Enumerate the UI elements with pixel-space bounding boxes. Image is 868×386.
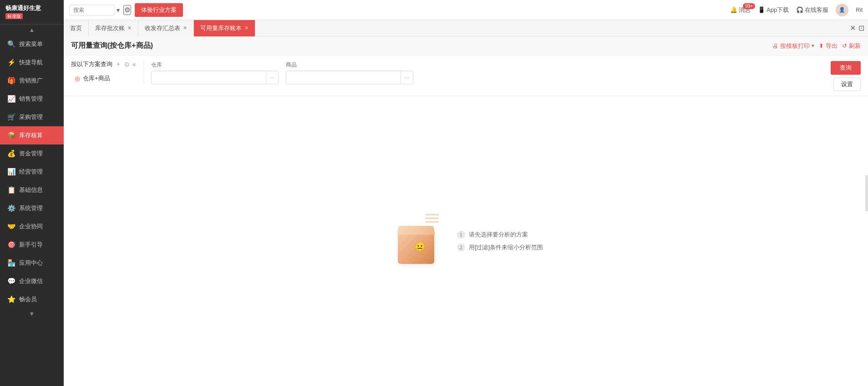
scroll-down-btn[interactable]: ▼ — [0, 309, 64, 319]
wechat-icon: 💬 — [7, 277, 15, 285]
onboarding-icon: 🎯 — [7, 241, 15, 249]
sidebar-item-wechat[interactable]: 💬 企业微信 — [0, 272, 64, 290]
schemes-header: 按以下方案查询 ＋ ⊙ « — [71, 60, 138, 68]
settings-gear-btn[interactable]: ⚙ — [123, 5, 131, 15]
printer-icon: 🖨 — [772, 42, 778, 49]
deco-line-1 — [425, 214, 439, 216]
search-dropdown-btn[interactable]: ▾ — [117, 6, 120, 14]
msg-badge: 99+ — [743, 3, 755, 9]
sidebar-item-cooperation[interactable]: 🤝 企业协同 — [0, 217, 64, 236]
step-2-num: 2 — [457, 243, 465, 252]
sidebar-item-system[interactable]: ⚙️ 系统管理 — [0, 199, 64, 217]
refresh-label: 刷新 — [849, 42, 861, 50]
message-btn[interactable]: 🔔 消息 99+ — [730, 6, 751, 14]
tab-batch-account[interactable]: 库存批次账 ✕ — [89, 20, 138, 36]
tab-home[interactable]: 首页 — [64, 20, 89, 36]
sidebar-item-onboarding[interactable]: 🎯 新手引导 — [0, 236, 64, 254]
quick-nav-icon: ⚡ — [7, 58, 15, 67]
sidebar-scroll: ▲ 🔍 搜索菜单 ⚡ 快捷导航 🎁 营销推广 📈 销售管理 🛒 采购管理 📦 库… — [0, 25, 64, 386]
sidebar-item-label: 系统管理 — [19, 204, 43, 212]
online-support-btn[interactable]: 🎧 在线客服 — [796, 6, 828, 14]
tab-stock-summary-close[interactable]: ✕ — [183, 25, 187, 31]
deco-line-2 — [425, 217, 439, 219]
add-scheme-btn[interactable]: ＋ — [115, 60, 122, 68]
sidebar-item-finance[interactable]: 💰 资金管理 — [0, 144, 64, 163]
purchase-icon: 🛒 — [7, 113, 15, 121]
query-submit-btn[interactable]: 查询 — [831, 61, 861, 75]
export-label: 导出 — [826, 42, 838, 50]
empty-box-icon: 😐 — [398, 232, 434, 264]
sidebar-item-inventory[interactable]: 📦 库存核算 — [0, 126, 64, 144]
goods-input-wrap: ··· — [286, 71, 413, 84]
empty-hint-2: 2 用[过滤]条件来缩小分析范围 — [457, 243, 543, 252]
user-avatar[interactable]: 👤 — [836, 4, 848, 16]
main-area: ▾ ⚙ 体验行业方案 🔔 消息 99+ 📱 App下载 🎧 在线客服 👤 Rit — [64, 0, 868, 386]
sidebar-item-operations[interactable]: 📊 经营管理 — [0, 163, 64, 181]
goods-more-btn[interactable]: ··· — [401, 71, 413, 84]
goods-filter: 商品 ··· — [286, 61, 413, 84]
version-badge: 标准版 — [5, 13, 23, 19]
inventory-icon: 📦 — [7, 131, 15, 139]
sidebar-item-label: 资金管理 — [19, 149, 43, 158]
page-actions: 🖨 按模板打印 ▾ ⬆ 导出 ↺ 刷新 — [772, 42, 861, 50]
tab-available-ledger[interactable]: 可用量库存账本 ✕ — [194, 20, 255, 36]
step-1-num: 1 — [457, 231, 465, 239]
empty-face-icon: 😐 — [414, 241, 426, 252]
sales-icon: 📈 — [7, 95, 15, 103]
empty-hint-texts: 1 请先选择要分析的方案 2 用[过滤]条件来缩小分析范围 — [457, 231, 543, 252]
sidebar-item-sales[interactable]: 📈 销售管理 — [0, 90, 64, 108]
empty-state: 😐 1 请先选择要分析的方案 2 用[过滤]条件来缩小分析范围 — [64, 96, 868, 386]
query-settings-btn[interactable]: 设置 — [833, 77, 861, 91]
warehouse-filter: 仓库 ··· — [151, 61, 279, 84]
goods-input[interactable] — [286, 74, 401, 81]
filter-row: 仓库 ··· 商品 ··· — [151, 60, 823, 84]
deco-line-3 — [425, 221, 439, 223]
topbar-search-area: ▾ — [69, 5, 120, 15]
print-template-btn[interactable]: 🖨 按模板打印 ▾ — [772, 42, 814, 50]
query-section: 按以下方案查询 ＋ ⊙ « ◎ 仓库+商品 仓库 ··· — [64, 56, 868, 96]
sidebar-item-purchase[interactable]: 🛒 采购管理 — [0, 108, 64, 126]
trial-industry-btn[interactable]: 体验行业方案 — [135, 3, 183, 17]
tab-batch-account-close[interactable]: ✕ — [127, 25, 132, 31]
sidebar-item-search[interactable]: 🔍 搜索菜单 — [0, 35, 64, 53]
warehouse-label: 仓库 — [151, 61, 279, 69]
close-tab-btn[interactable]: ✕ — [850, 24, 856, 32]
search-input[interactable] — [69, 5, 115, 15]
sidebar-item-label: 快捷导航 — [19, 58, 43, 67]
maximize-tab-btn[interactable]: ⊡ — [858, 24, 864, 32]
tab-stock-summary[interactable]: 收发存汇总表 ✕ — [138, 20, 194, 36]
collapse-scheme-btn[interactable]: « — [132, 61, 136, 68]
sidebar-item-label: 企业协同 — [19, 222, 43, 231]
refresh-btn[interactable]: ↺ 刷新 — [842, 42, 861, 50]
export-icon: ⬆ — [819, 42, 824, 49]
topbar-right: 🔔 消息 99+ 📱 App下载 🎧 在线客服 👤 Rit — [730, 4, 863, 16]
sidebar-item-label: 采购管理 — [19, 113, 43, 121]
warehouse-input[interactable] — [152, 74, 266, 81]
app-download-label: App下载 — [766, 6, 789, 14]
headset-icon: 🎧 — [796, 6, 803, 13]
operations-icon: 📊 — [7, 168, 15, 176]
app-download-btn[interactable]: 📱 App下载 — [758, 6, 789, 14]
scroll-up-btn[interactable]: ▲ — [0, 25, 64, 35]
topbar: ▾ ⚙ 体验行业方案 🔔 消息 99+ 📱 App下载 🎧 在线客服 👤 Rit — [64, 0, 868, 20]
export-btn[interactable]: ⬆ 导出 — [819, 42, 838, 50]
query-actions: 查询 设置 — [831, 60, 861, 91]
sidebar-item-membership[interactable]: ⭐ 畅会员 — [0, 290, 64, 309]
warehouse-more-btn[interactable]: ··· — [266, 71, 278, 84]
sidebar-item-marketing[interactable]: 🎁 营销推广 — [0, 72, 64, 90]
right-scrollbar[interactable] — [865, 175, 868, 211]
avatar-text: 👤 — [839, 7, 845, 13]
basic-info-icon: 📋 — [7, 186, 15, 194]
manage-scheme-btn[interactable]: ⊙ — [124, 61, 130, 68]
sidebar-item-quick-nav[interactable]: ⚡ 快捷导航 — [0, 53, 64, 72]
tab-available-ledger-close[interactable]: ✕ — [244, 25, 249, 31]
app-name: 畅康通好生意 — [5, 5, 58, 12]
goods-label: 商品 — [286, 61, 413, 69]
marketing-icon: 🎁 — [7, 77, 15, 85]
sidebar-item-app-center[interactable]: 🏪 应用中心 — [0, 254, 64, 272]
sidebar-item-basic-info[interactable]: 📋 基础信息 — [0, 181, 64, 199]
online-support-label: 在线客服 — [805, 6, 828, 14]
system-icon: ⚙️ — [7, 204, 15, 212]
sidebar-item-label: 企业微信 — [19, 277, 43, 285]
scheme-item-warehouse-goods[interactable]: ◎ 仓库+商品 — [71, 72, 138, 85]
